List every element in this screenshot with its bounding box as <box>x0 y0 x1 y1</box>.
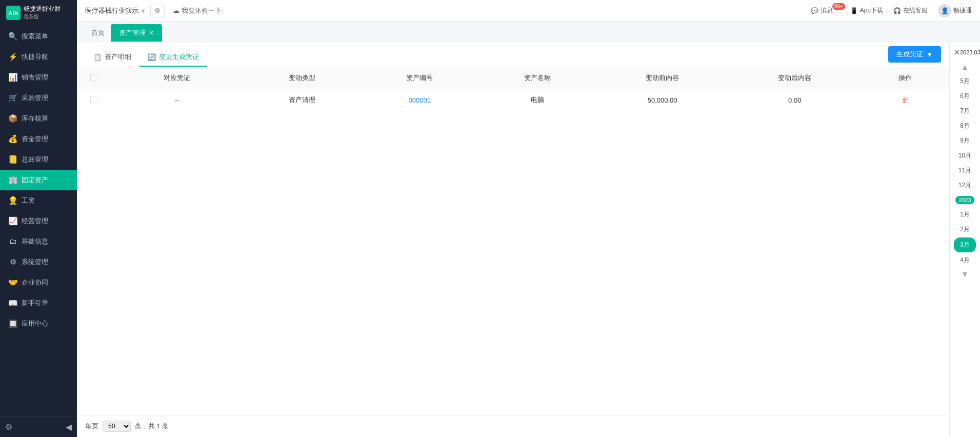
timeline-month-2[interactable]: 2月 <box>950 222 980 237</box>
quick-nav-icon: ⚡ <box>8 52 17 62</box>
search-icon: 🔍 <box>8 32 17 41</box>
sidebar-item-label: 总账管理 <box>22 155 48 164</box>
table-header-type: 变动类型 <box>243 67 361 89</box>
change-voucher-icon: 🔄 <box>148 53 156 61</box>
timeline-up-arrow[interactable]: ▲ <box>959 61 971 74</box>
headset-icon: 🎧 <box>893 7 901 14</box>
timeline-month-10[interactable]: 10月 <box>950 148 980 163</box>
company-settings-button[interactable]: ⚙ <box>150 4 165 18</box>
subtab-label: 变更生成凭证 <box>159 52 199 62</box>
company-selector[interactable]: 医疗器械行业演示 ▼ <box>85 6 146 15</box>
timeline-month-11[interactable]: 11月 <box>950 163 980 178</box>
per-page-label: 每页 <box>85 422 98 431</box>
sidebar-item-search[interactable]: 🔍 搜索菜单 <box>0 26 77 47</box>
user-name: 畅捷通 <box>953 6 972 15</box>
home-label: 首页 <box>91 29 105 36</box>
system-icon: ⚙ <box>8 257 17 267</box>
sidebar-item-label: 企业协同 <box>22 278 48 287</box>
row-checkbox-cell <box>77 89 111 111</box>
payroll-icon: 👷 <box>8 196 17 205</box>
operations-icon: 📈 <box>8 216 17 226</box>
sidebar-item-system[interactable]: ⚙ 系统管理 <box>0 252 77 272</box>
sidebar-bottom: ⚙ ◀ <box>0 416 77 437</box>
notifications-label: 消息 <box>821 6 833 15</box>
right-panel-header: ✕ 2023.03 ⤢ <box>950 46 980 58</box>
timeline-month-4[interactable]: 4月 <box>950 253 980 268</box>
finance-icon: 💰 <box>8 134 17 144</box>
tab-asset-management[interactable]: 资产管理 ✕ <box>111 24 162 42</box>
sidebar-item-basic-info[interactable]: 🗂 基础信息 <box>0 231 77 252</box>
sidebar-item-app-center[interactable]: 🔲 应用中心 <box>0 313 77 334</box>
sidebar-item-guide[interactable]: 📖 新手引导 <box>0 293 77 313</box>
tab-close-icon[interactable]: ✕ <box>149 29 154 36</box>
sidebar-item-sales[interactable]: 📊 销售管理 <box>0 67 77 88</box>
sidebar-item-label: 工资 <box>22 196 35 205</box>
row-checkbox[interactable] <box>90 96 97 103</box>
app-download-button[interactable]: 📱 App下载 <box>850 6 883 15</box>
sidebar-item-payroll[interactable]: 👷 工资 <box>0 190 77 211</box>
content-main: 📋 资产明细 🔄 变更生成凭证 生成凭证 ▼ <box>77 42 949 437</box>
sidebar-item-finance[interactable]: 💰 资金管理 <box>0 129 77 149</box>
sidebar-item-label: 资金管理 <box>22 134 48 144</box>
timeline: ▲ 5月 6月 7月 8月 9月 10月 11月 12月 2023 1月 2月 … <box>950 58 980 283</box>
sidebar-item-collab[interactable]: 🤝 企业协同 <box>0 272 77 293</box>
sidebar-item-quicknav[interactable]: ⚡ 快捷导航 <box>0 47 77 67</box>
main-content: 医疗器械行业演示 ▼ ⚙ ☁ 我要体验一下 💬 消息 99+ 📱 App下载 🎧… <box>77 0 980 437</box>
sidebar-logo: AtA 畅捷通好业财 普及版 <box>0 0 77 26</box>
right-panel-title: 2023.03 <box>960 49 980 55</box>
row-action: 🗑 <box>861 89 949 111</box>
per-page-select[interactable]: 50 10 20 100 <box>103 421 131 432</box>
subtab-asset-detail[interactable]: 📋 资产明细 <box>85 48 139 67</box>
basic-info-icon: 🗂 <box>8 237 17 246</box>
asset-table: 对应凭证 变动类型 资产编号 资产名称 变动前内容 变动后内容 操作 <box>77 67 949 111</box>
notifications-button[interactable]: 💬 消息 99+ <box>811 6 840 15</box>
customer-service-button[interactable]: 🎧 在线客服 <box>893 6 928 15</box>
year-badge: 2023 <box>955 196 974 204</box>
settings-bottom-icon[interactable]: ⚙ <box>5 422 12 432</box>
collapse-icon[interactable]: ◀ <box>66 422 72 432</box>
tabbar: 首页 资产管理 ✕ <box>77 22 980 42</box>
sidebar-item-inventory[interactable]: 📦 库存核算 <box>0 108 77 129</box>
experience-button[interactable]: ☁ 我要体验一下 <box>173 6 222 15</box>
sidebar-item-fixed-assets[interactable]: 🏢 固定资产 <box>0 170 77 190</box>
company-name: 医疗器械行业演示 <box>85 6 138 15</box>
app-name: 畅捷通好业财 <box>24 5 61 13</box>
subtab-change-voucher[interactable]: 🔄 变更生成凭证 <box>139 48 207 67</box>
timeline-month-6[interactable]: 6月 <box>950 89 980 104</box>
sidebar-item-operations[interactable]: 📈 经营管理 <box>0 211 77 231</box>
timeline-month-12[interactable]: 12月 <box>950 178 980 193</box>
topbar-right: 💬 消息 99+ 📱 App下载 🎧 在线客服 👤 畅捷通 <box>811 4 972 17</box>
guide-icon: 📖 <box>8 299 17 308</box>
sidebar-item-label: 经营管理 <box>22 216 48 226</box>
data-table: 对应凭证 变动类型 资产编号 资产名称 变动前内容 变动后内容 操作 <box>77 67 949 415</box>
timeline-down-arrow[interactable]: ▼ <box>959 268 971 281</box>
sidebar-item-label: 销售管理 <box>22 73 48 82</box>
generate-voucher-button[interactable]: 生成凭证 ▼ <box>888 46 941 63</box>
bell-icon: 💬 <box>811 7 818 14</box>
delete-icon[interactable]: 🗑 <box>902 96 909 104</box>
pagination: 每页 50 10 20 100 条，共 1 条 <box>77 415 949 437</box>
timeline-month-3[interactable]: 3月 <box>954 237 976 252</box>
timeline-month-1[interactable]: 1月 <box>950 207 980 222</box>
tab-home[interactable]: 首页 <box>85 24 111 42</box>
timeline-month-8[interactable]: 8月 <box>950 118 980 133</box>
notifications-badge: 99+ <box>832 3 845 10</box>
sidebar-item-label: 采购管理 <box>22 93 48 103</box>
sidebar-item-ledger[interactable]: 📒 总账管理 <box>0 149 77 170</box>
timeline-month-7[interactable]: 7月 <box>950 104 980 118</box>
generate-arrow-icon: ▼ <box>926 51 933 58</box>
timeline-month-9[interactable]: 9月 <box>950 133 980 148</box>
app-download-label: App下载 <box>860 6 883 15</box>
timeline-month-5[interactable]: 5月 <box>950 74 980 89</box>
right-panel-close-icon[interactable]: ✕ <box>954 48 960 56</box>
select-all-checkbox[interactable] <box>90 74 97 81</box>
app-edition: 普及版 <box>24 13 61 21</box>
subtabs: 📋 资产明细 🔄 变更生成凭证 <box>77 42 215 67</box>
topbar: 医疗器械行业演示 ▼ ⚙ ☁ 我要体验一下 💬 消息 99+ 📱 App下载 🎧… <box>77 0 980 22</box>
collab-icon: 🤝 <box>8 278 17 287</box>
row-code: 000001 <box>361 89 478 111</box>
table-header-name: 资产名称 <box>478 67 596 89</box>
sidebar-item-purchase[interactable]: 🛒 采购管理 <box>0 88 77 108</box>
company-arrow-icon: ▼ <box>141 8 146 14</box>
user-menu[interactable]: 👤 畅捷通 <box>938 4 972 17</box>
